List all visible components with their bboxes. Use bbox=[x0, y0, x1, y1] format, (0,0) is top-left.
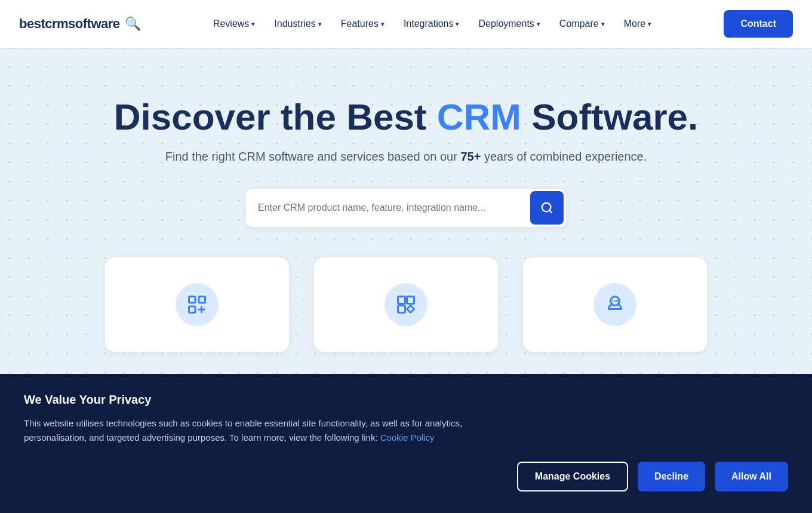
svg-rect-3 bbox=[199, 297, 205, 303]
card-icon-wrap bbox=[176, 283, 219, 326]
cookie-body: This website utilises technologies such … bbox=[24, 416, 513, 445]
svg-rect-5 bbox=[398, 297, 405, 304]
hero-title: Discover the Best CRM Software. bbox=[114, 96, 699, 138]
nav-item-more[interactable]: More ▾ bbox=[616, 14, 660, 34]
contact-button[interactable]: Contact bbox=[724, 10, 793, 38]
svg-line-1 bbox=[549, 211, 552, 213]
cookie-banner: We Value Your Privacy This website utili… bbox=[0, 374, 812, 513]
svg-marker-8 bbox=[407, 306, 414, 313]
search-icon bbox=[540, 201, 553, 214]
svg-rect-4 bbox=[189, 306, 196, 313]
search-bar bbox=[245, 188, 567, 228]
svg-rect-7 bbox=[398, 306, 405, 313]
search-icon: 🔍 bbox=[125, 16, 141, 32]
cookie-buttons: Manage Cookies Decline Allow All bbox=[24, 462, 788, 492]
integrations-icon bbox=[186, 294, 208, 315]
decline-button[interactable]: Decline bbox=[638, 462, 705, 492]
nav-item-reviews[interactable]: Reviews ▾ bbox=[205, 14, 263, 34]
card-integrations[interactable] bbox=[104, 257, 290, 352]
chevron-down-icon: ▾ bbox=[456, 20, 459, 28]
card-features[interactable] bbox=[313, 257, 499, 352]
chevron-down-icon: ▾ bbox=[251, 20, 255, 28]
svg-rect-6 bbox=[407, 297, 414, 304]
nav-item-features[interactable]: Features ▾ bbox=[333, 14, 393, 34]
nav-item-industries[interactable]: Industries ▾ bbox=[266, 14, 330, 34]
logo-text: bestcrmsoftware bbox=[19, 16, 120, 32]
feature-cards-row: CRM bbox=[0, 257, 812, 352]
logo-area: bestcrmsoftware 🔍 bbox=[19, 16, 141, 32]
chevron-down-icon: ▾ bbox=[318, 20, 322, 28]
chevron-down-icon: ▾ bbox=[601, 20, 605, 28]
chevron-down-icon: ▾ bbox=[381, 20, 385, 28]
nav-item-integrations[interactable]: Integrations ▾ bbox=[395, 14, 468, 34]
chevron-down-icon: ▾ bbox=[537, 20, 540, 28]
chevron-down-icon: ▾ bbox=[648, 20, 651, 28]
manage-cookies-button[interactable]: Manage Cookies bbox=[517, 462, 628, 492]
hero-section: Discover the Best CRM Software. Find the… bbox=[0, 48, 812, 228]
card-crm[interactable]: CRM bbox=[522, 257, 708, 352]
svg-rect-2 bbox=[189, 297, 196, 303]
card-icon-wrap: CRM bbox=[593, 283, 636, 326]
svg-text:CRM: CRM bbox=[612, 300, 620, 303]
nav-item-deployments[interactable]: Deployments ▾ bbox=[470, 14, 548, 34]
features-icon bbox=[395, 294, 417, 315]
allow-all-button[interactable]: Allow All bbox=[715, 462, 788, 492]
nav-item-compare[interactable]: Compare ▾ bbox=[551, 14, 613, 34]
search-input[interactable] bbox=[246, 192, 528, 224]
nav-menu: Reviews ▾ Industries ▾ Features ▾ Integr… bbox=[205, 14, 660, 34]
cookie-title: We Value Your Privacy bbox=[24, 393, 788, 407]
cookie-policy-link[interactable]: Cookie Policy bbox=[380, 432, 435, 443]
hero-subtitle: Find the right CRM software and services… bbox=[165, 150, 647, 164]
search-button[interactable] bbox=[530, 191, 564, 225]
navbar: bestcrmsoftware 🔍 Reviews ▾ Industries ▾… bbox=[0, 0, 812, 48]
crm-icon: CRM bbox=[604, 294, 626, 315]
card-icon-wrap bbox=[385, 283, 427, 326]
